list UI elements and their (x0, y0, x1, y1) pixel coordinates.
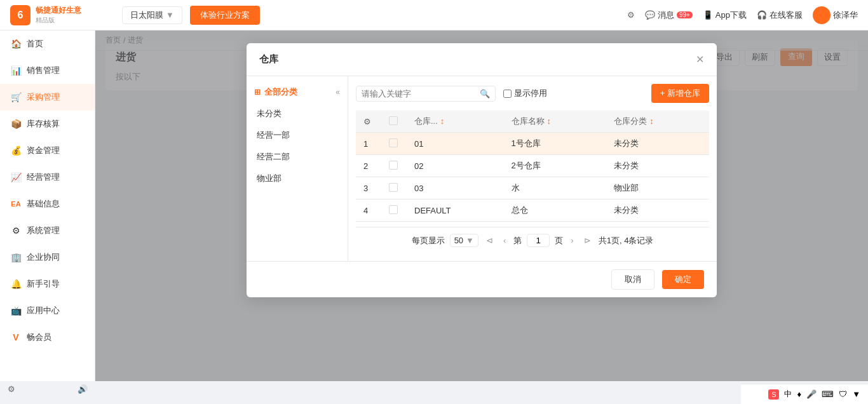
guide-icon: 🔔 (10, 278, 22, 290)
row2-code: 02 (407, 155, 504, 177)
bottom-bar: S 中 ♦ 🎤 ⌨ 🛡 ▼ (741, 384, 868, 404)
sidebar-item-purchase[interactable]: 🛒 采购管理 (0, 84, 95, 111)
page-label: 第 (513, 235, 522, 246)
grid-icon: ⊞ (254, 88, 261, 97)
modal-close-button[interactable]: ✕ (696, 53, 704, 65)
bottom-mic-icon[interactable]: 🎤 (806, 389, 817, 399)
last-page-button[interactable]: ⊳ (581, 234, 593, 246)
sidebar-label-guide: 新手引导 (27, 278, 60, 290)
settings-col-icon: ⚙ (363, 117, 371, 126)
bottom-shield-icon[interactable]: 🛡 (839, 389, 847, 399)
message-label: 消息 (658, 10, 674, 21)
table-row[interactable]: 3 03 水 物业部 (356, 177, 709, 199)
sort-name-icon: ↕ (547, 116, 552, 126)
sidebar-item-membership[interactable]: V 畅会员 (0, 324, 95, 351)
page-number-input[interactable] (527, 234, 550, 247)
system-icon: ⚙ (10, 225, 22, 236)
table-row[interactable]: 1 01 1号仓库 未分类 (356, 133, 709, 155)
warehouse-modal: 仓库 ✕ ⊞ 全部分类 « 未分类 (247, 43, 717, 297)
row3-category: 物业部 (606, 177, 709, 199)
sidebar-item-system[interactable]: ⚙ 系统管理 (0, 217, 95, 244)
next-page-button[interactable]: › (568, 234, 576, 246)
sidebar-item-inventory[interactable]: 📦 库存核算 (0, 111, 95, 137)
category-all[interactable]: ⊞ 全部分类 (254, 86, 297, 98)
add-warehouse-button[interactable]: + 新增仓库 (651, 84, 709, 103)
dropdown-arrow-icon: ▼ (166, 10, 174, 20)
inventory-icon: 📦 (10, 118, 22, 130)
operations-icon: 📈 (10, 172, 22, 183)
top-nav: 6 畅捷通好生意 精品版 日太阳膜 ▼ 体验行业方案 ⚙ 💬 消息 99+ 📱 … (0, 0, 868, 30)
sidebar-item-sales[interactable]: 📊 销售管理 (0, 57, 95, 84)
sort-code-icon: ↕ (440, 116, 445, 126)
category-item-property[interactable]: 物业部 (247, 168, 348, 189)
show-disabled-checkbox[interactable] (503, 90, 512, 98)
prev-page-button[interactable]: ‹ (501, 234, 508, 246)
home-icon: 🏠 (10, 38, 22, 50)
cancel-button[interactable]: 取消 (611, 269, 654, 290)
bottom-dot-icon[interactable]: ♦ (797, 389, 801, 399)
row3-name: 水 (504, 177, 607, 199)
collapse-panel-button[interactable]: « (336, 88, 340, 97)
sidebar-item-operations[interactable]: 📈 经营管理 (0, 164, 95, 191)
search-input[interactable] (362, 89, 480, 98)
online-service-nav[interactable]: 🎧 在线客服 (757, 10, 803, 21)
row2-check[interactable] (381, 155, 407, 177)
table-row[interactable]: 2 02 2号仓库 未分类 (356, 155, 709, 177)
sidebar-label-system: 系统管理 (27, 225, 60, 236)
confirm-button[interactable]: 确定 (662, 270, 704, 289)
first-page-button[interactable]: ⊲ (484, 234, 496, 246)
table-panel: 🔍 显示停用 + 新增仓库 (348, 76, 717, 261)
sidebar-item-apps[interactable]: 📺 应用中心 (0, 297, 95, 324)
store-selector[interactable]: 日太阳膜 ▼ (122, 6, 182, 24)
message-badge: 99+ (677, 11, 693, 18)
per-page-select[interactable]: 50 ▼ (450, 234, 478, 247)
row1-checkbox[interactable] (389, 138, 398, 147)
logo-icon: 6 (10, 5, 31, 25)
settings-icon[interactable]: ⚙ (627, 10, 635, 20)
app-download-label: App下载 (715, 10, 747, 21)
sidebar-item-home[interactable]: 🏠 首页 (0, 30, 95, 57)
avatar (813, 6, 831, 24)
row4-check[interactable] (381, 199, 407, 222)
sidebar-label-sales: 销售管理 (27, 65, 60, 76)
show-disabled-text: 显示停用 (514, 88, 547, 99)
show-disabled-label: 显示停用 (503, 88, 547, 99)
trial-button[interactable]: 体验行业方案 (190, 6, 260, 25)
category-item-uncategorized[interactable]: 未分类 (247, 103, 348, 125)
col-settings[interactable]: ⚙ (356, 111, 381, 133)
warehouse-table: ⚙ 仓库...↕ 仓库名称↕ 仓库分类↕ 1 (356, 111, 709, 222)
select-all-checkbox[interactable] (389, 116, 398, 125)
modal-title: 仓库 (259, 53, 278, 65)
col-checkbox[interactable] (381, 111, 407, 133)
category-item-dept2[interactable]: 经营二部 (247, 146, 348, 168)
page-suffix: 页 (555, 235, 563, 246)
sidebar-item-finance[interactable]: 💰 资金管理 (0, 137, 95, 164)
app-download-nav[interactable]: 📱 App下载 (703, 10, 747, 21)
bottom-keyboard-icon[interactable]: ⌨ (822, 389, 834, 399)
col-category[interactable]: 仓库分类↕ (606, 111, 709, 133)
bottom-cn-icon[interactable]: 中 (784, 389, 792, 400)
row1-check[interactable] (381, 133, 407, 155)
row3-checkbox[interactable] (389, 183, 398, 192)
bottom-arrow-icon[interactable]: ▼ (852, 389, 860, 399)
category-item-dept1[interactable]: 经营一部 (247, 125, 348, 146)
message-nav-item[interactable]: 💬 消息 99+ (645, 10, 693, 21)
col-name[interactable]: 仓库名称↕ (504, 111, 607, 133)
apps-icon: 📺 (10, 305, 22, 316)
sidebar-item-enterprise[interactable]: 🏢 企业协同 (0, 244, 95, 271)
row4-checkbox[interactable] (389, 205, 398, 214)
logo-text: 畅捷通好生意 (36, 5, 81, 16)
sidebar-item-guide[interactable]: 🔔 新手引导 (0, 271, 95, 297)
table-row[interactable]: 4 DEFAULT 总仓 未分类 (356, 199, 709, 222)
row4-category: 未分类 (606, 199, 709, 222)
row2-checkbox[interactable] (389, 161, 398, 170)
col-code[interactable]: 仓库...↕ (407, 111, 504, 133)
sidebar-label-enterprise: 企业协同 (27, 252, 60, 263)
sidebar-item-basic-info[interactable]: EA 基础信息 (0, 191, 95, 217)
user-nav[interactable]: 徐泽华 (813, 6, 858, 24)
search-icon[interactable]: 🔍 (480, 89, 490, 98)
sidebar: 🏠 首页 📊 销售管理 🛒 采购管理 📦 库存核算 💰 资金管理 📈 经营管理 … (0, 30, 95, 381)
row3-check[interactable] (381, 177, 407, 199)
modal-overlay: 仓库 ✕ ⊞ 全部分类 « 未分类 (95, 30, 868, 381)
store-name: 日太阳膜 (130, 10, 163, 21)
